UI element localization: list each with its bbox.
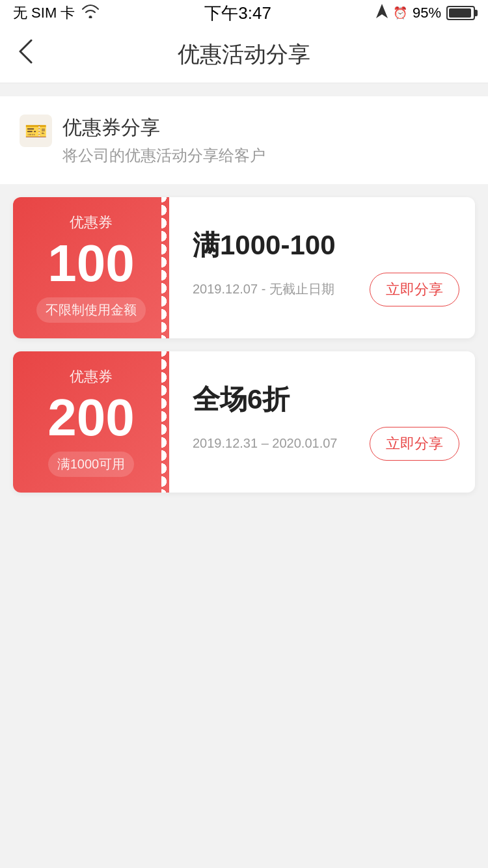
coupon-condition-2: 满1000可用 xyxy=(48,452,135,477)
status-bar: 无 SIM 卡 下午3:47 ⏰ 95% xyxy=(0,0,488,26)
section-header: 🎫 优惠券分享 将公司的优惠活动分享给客户 xyxy=(0,96,488,184)
coupon-amount-2: 200 xyxy=(47,392,134,444)
carrier-text: 无 SIM 卡 xyxy=(13,3,75,23)
page-title: 优惠活动分享 xyxy=(178,40,310,70)
coupon-list: 优惠券 100 不限制使用金额 满1000-100 2019.12.07 - 无… xyxy=(0,184,488,506)
coupon-footer-2: 2019.12.31 – 2020.01.07 立即分享 xyxy=(193,427,459,461)
section-gap-top xyxy=(0,83,488,96)
share-button-1[interactable]: 立即分享 xyxy=(370,273,459,306)
section-text: 优惠券分享 将公司的优惠活动分享给客户 xyxy=(62,115,265,166)
coupon-condition-1: 不限制使用金额 xyxy=(36,297,146,323)
section-icon: 🎫 xyxy=(20,115,52,147)
alarm-icon: ⏰ xyxy=(393,6,407,20)
coupon-type-1: 优惠券 xyxy=(70,213,113,232)
status-time: 下午3:47 xyxy=(204,2,271,25)
back-button[interactable] xyxy=(18,39,33,70)
section-subtitle: 将公司的优惠活动分享给客户 xyxy=(62,145,265,166)
coupon-card-2: 优惠券 200 满1000可用 全场6折 2019.12.31 – 2020.0… xyxy=(13,351,475,493)
coupon-type-2: 优惠券 xyxy=(70,367,113,387)
bottom-area xyxy=(0,506,488,868)
coupon-footer-1: 2019.12.07 - 无截止日期 立即分享 xyxy=(193,273,459,306)
coupon-amount-1: 100 xyxy=(47,237,134,290)
wifi-icon xyxy=(81,4,100,22)
coupon-date-2: 2019.12.31 – 2020.01.07 xyxy=(193,436,362,451)
nav-bar: 优惠活动分享 xyxy=(0,26,488,83)
section-title: 优惠券分享 xyxy=(62,115,265,141)
coupon-name-2: 全场6折 xyxy=(193,383,459,416)
battery-fill xyxy=(449,8,471,18)
status-right: ⏰ 95% xyxy=(376,4,475,22)
coupon-date-1: 2019.12.07 - 无截止日期 xyxy=(193,280,362,298)
status-left: 无 SIM 卡 xyxy=(13,3,100,23)
battery-percentage: 95% xyxy=(413,5,441,21)
coupon-right-2: 全场6折 2019.12.31 – 2020.01.07 立即分享 xyxy=(169,351,475,493)
share-button-2[interactable]: 立即分享 xyxy=(370,427,459,461)
coupon-right-1: 满1000-100 2019.12.07 - 无截止日期 立即分享 xyxy=(169,197,475,338)
coupon-card-1: 优惠券 100 不限制使用金额 满1000-100 2019.12.07 - 无… xyxy=(13,197,475,338)
coupon-name-1: 满1000-100 xyxy=(193,229,459,262)
location-icon xyxy=(376,4,388,22)
battery-icon xyxy=(446,6,475,20)
coupon-left-2: 优惠券 200 满1000可用 xyxy=(13,351,169,493)
coupon-left-1: 优惠券 100 不限制使用金额 xyxy=(13,197,169,338)
